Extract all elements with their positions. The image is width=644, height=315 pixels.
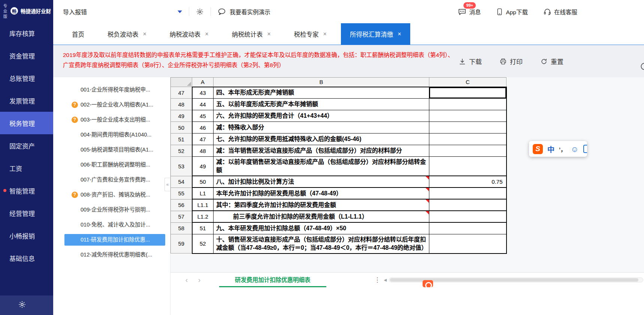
- scroll-left-icon[interactable]: ◀: [384, 278, 387, 282]
- cell-a[interactable]: 49: [192, 157, 214, 176]
- row-number[interactable]: 58: [171, 222, 192, 234]
- cell-c[interactable]: [429, 188, 507, 199]
- tab-close-icon[interactable]: [397, 31, 401, 37]
- tab-1[interactable]: 首页: [63, 23, 93, 45]
- row-number[interactable]: 59: [171, 234, 192, 254]
- report-item-003[interactable]: 003-一般企业成本支出明细...: [53, 114, 170, 126]
- online-support-button[interactable]: 在线客服: [544, 8, 577, 16]
- report-item-009[interactable]: 009-企业所得税弥补亏损明...: [53, 204, 170, 216]
- tab-close-icon[interactable]: [143, 31, 146, 37]
- reset-button[interactable]: 重置: [541, 57, 563, 66]
- tab-4[interactable]: 纳税统计表: [223, 23, 280, 45]
- app-download-button[interactable]: App下载: [496, 8, 528, 16]
- cell-b[interactable]: 减：当年销售研发活动直接形成产品（包括组成部分）对应的材料部分: [214, 145, 429, 157]
- tab-close-icon[interactable]: [323, 31, 327, 37]
- cell-b[interactable]: 五、以前年度形成无形资产本年摊销额: [214, 99, 429, 110]
- sidebar-item-2[interactable]: 资金管理: [0, 44, 53, 67]
- cell-c[interactable]: [429, 157, 507, 176]
- tab-5[interactable]: 税检专家: [285, 23, 336, 45]
- tab-close-icon[interactable]: [267, 31, 270, 37]
- cell-a[interactable]: 52: [192, 234, 214, 254]
- emoji-icon[interactable]: ☺: [571, 145, 578, 153]
- row-number[interactable]: 50: [171, 122, 192, 134]
- cell-b[interactable]: 减：特殊收入部分: [214, 122, 429, 134]
- tab-3[interactable]: 纳税波动表: [161, 23, 218, 45]
- cell-c[interactable]: [429, 234, 507, 254]
- column-header-a[interactable]: A: [192, 78, 214, 87]
- ime-logo-icon[interactable]: S: [533, 144, 543, 154]
- cell-b[interactable]: 七、允许扣除的研发费用抵减特殊收入后的金额(45-46): [214, 134, 429, 145]
- row-number[interactable]: 56: [171, 199, 192, 211]
- cell-c[interactable]: 0.75: [429, 176, 507, 188]
- sidebar-item-6[interactable]: 固定资产: [0, 134, 53, 157]
- cell-a[interactable]: 43: [192, 87, 214, 99]
- sync-edge-button[interactable]: [640, 62, 644, 73]
- cell-b[interactable]: 九、本年研发费用加计扣除总额（47-48-49）×50: [214, 222, 429, 234]
- cell-b[interactable]: 减：以前年度销售研发活动直接形成产品（包括组成部分）对应材料部分结转金额: [214, 157, 429, 176]
- ime-punctuation-toggle[interactable]: ’，: [559, 145, 566, 153]
- cell-b[interactable]: 六、允许扣除的研发费用合计（41+43+44）: [214, 110, 429, 122]
- report-item-006[interactable]: 006-职工薪酬纳税调整明细...: [53, 159, 170, 171]
- cell-b[interactable]: 前三季度允许加计扣除的研发费用金额（L1-L1.1）: [214, 211, 429, 222]
- collapse-panel-button[interactable]: «: [164, 178, 170, 191]
- print-button[interactable]: 打印: [500, 57, 523, 66]
- sidebar-item-10[interactable]: 小畅报销: [0, 224, 53, 247]
- select-all-corner[interactable]: [171, 78, 192, 87]
- row-number[interactable]: 52: [171, 145, 192, 157]
- cell-b[interactable]: 十、销售研发活动直接形成产品（包括组成部分）对应材料部分结转以后年度扣减金额（当…: [214, 234, 429, 254]
- cell-a[interactable]: 47: [192, 134, 214, 145]
- row-number[interactable]: 53: [171, 157, 192, 176]
- report-item-005[interactable]: 005-纳税调整项目明细表(A1...: [53, 144, 170, 156]
- report-item-011[interactable]: 011-研发费用加计扣除优惠...: [64, 234, 165, 246]
- cell-a[interactable]: 48: [192, 145, 214, 157]
- cell-b[interactable]: 本年允许加计扣除的研发费用总额（47-48-49）: [214, 188, 429, 199]
- ime-mode-toggle[interactable]: 中: [547, 144, 554, 154]
- cell-b[interactable]: 八、加计扣除比例及计算方法: [214, 176, 429, 188]
- row-number[interactable]: 51: [171, 134, 192, 145]
- report-item-008[interactable]: 008-资产折旧、摊销及纳税...: [53, 189, 170, 201]
- tab-close-icon[interactable]: [205, 31, 208, 37]
- sheet-next-button[interactable]: ›: [193, 276, 206, 284]
- cell-c[interactable]: [429, 211, 507, 222]
- cell-c[interactable]: [429, 199, 507, 211]
- cell-b[interactable]: 其中：第四季度允许加计扣除的研发费用金额: [214, 199, 429, 211]
- sheet-tab[interactable]: 研发费用加计扣除优惠明细表: [219, 273, 326, 287]
- cell-c[interactable]: [429, 145, 507, 157]
- sidebar-item-4[interactable]: 发票管理: [0, 89, 53, 112]
- report-item-007[interactable]: 007-广告费和业务宣传费跨...: [53, 174, 170, 186]
- cell-a[interactable]: 51: [192, 222, 214, 234]
- cell-c[interactable]: [429, 134, 507, 145]
- cell-c[interactable]: [429, 122, 507, 134]
- sidebar-item-1[interactable]: 库存核算: [0, 22, 53, 44]
- report-item-001[interactable]: 001-企业所得税年度纳税申...: [53, 84, 170, 96]
- cell-c[interactable]: [429, 87, 507, 99]
- column-header-b[interactable]: B: [214, 78, 429, 87]
- report-item-004[interactable]: 004-期间费用明细表(A1040...: [53, 129, 170, 141]
- cell-a[interactable]: L1.2: [192, 211, 214, 222]
- cell-c[interactable]: [429, 110, 507, 122]
- sidebar-item-3[interactable]: 总账管理: [0, 67, 53, 89]
- sidebar-item-11[interactable]: 基础信息: [0, 247, 53, 269]
- sidebar-settings-button[interactable]: [0, 296, 53, 315]
- column-header-c[interactable]: C: [429, 78, 507, 87]
- sidebar-item-9[interactable]: 经营管理: [0, 202, 53, 224]
- settings-gear-button[interactable]: [196, 8, 204, 16]
- cell-a[interactable]: L1.1: [192, 199, 214, 211]
- more-options-icon[interactable]: ⋮: [374, 276, 379, 284]
- import-error-dropdown[interactable]: 导入报错: [63, 7, 182, 16]
- cell-a[interactable]: 44: [192, 99, 214, 110]
- report-item-012[interactable]: 012-减免所得税优惠明细表(...: [53, 249, 170, 261]
- messages-button[interactable]: 99+ 消息: [458, 8, 481, 16]
- sidebar-item-5[interactable]: 税务管理: [0, 112, 53, 134]
- sidebar-item-7[interactable]: 工资: [0, 157, 53, 179]
- row-number[interactable]: 54: [171, 176, 192, 188]
- demo-link[interactable]: 我要看实例演示: [218, 8, 270, 16]
- cell-a[interactable]: L1: [192, 188, 214, 199]
- row-number[interactable]: 47: [171, 87, 192, 99]
- cell-a[interactable]: 45: [192, 110, 214, 122]
- partial-floating-icon[interactable]: [423, 280, 433, 287]
- tab-2[interactable]: 税负波动表: [99, 23, 155, 45]
- sheet-prev-button[interactable]: ‹: [180, 276, 193, 284]
- cell-a[interactable]: 46: [192, 122, 214, 134]
- cell-c[interactable]: [429, 99, 507, 110]
